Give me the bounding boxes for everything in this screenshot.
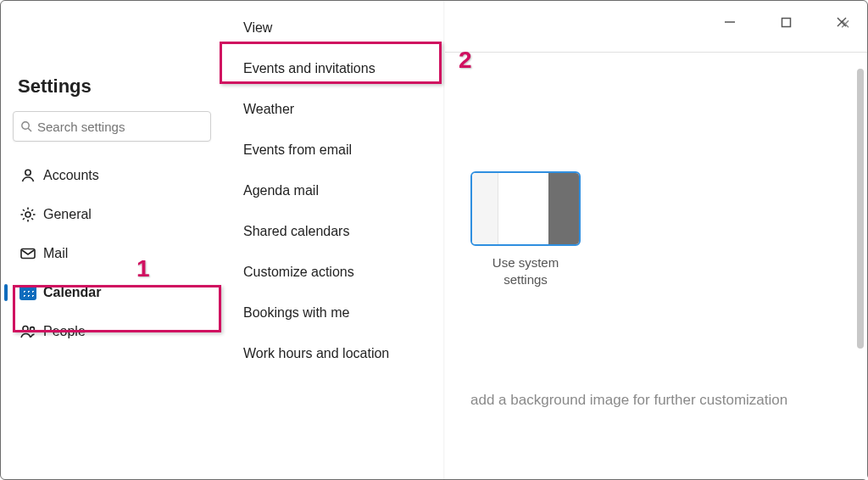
submenu-bookings-with-me[interactable]: Bookings with me bbox=[243, 293, 445, 333]
svg-point-18 bbox=[31, 327, 35, 332]
people-icon bbox=[19, 323, 43, 340]
submenu-agenda-mail[interactable]: Agenda mail bbox=[243, 170, 445, 211]
settings-nav: Accounts General Mail Calendar bbox=[13, 157, 211, 350]
nav-people[interactable]: People bbox=[13, 313, 211, 350]
nav-accounts[interactable]: Accounts bbox=[13, 157, 211, 194]
submenu-shared-calendars[interactable]: Shared calendars bbox=[243, 211, 445, 252]
person-icon bbox=[19, 167, 43, 184]
nav-label: People bbox=[43, 324, 86, 339]
submenu-weather[interactable]: Weather bbox=[243, 89, 445, 130]
svg-point-7 bbox=[25, 212, 31, 217]
svg-line-15 bbox=[31, 209, 33, 211]
submenu-view[interactable]: View bbox=[243, 8, 445, 48]
maximize-button[interactable] bbox=[769, 9, 803, 35]
theme-thumbnail bbox=[470, 171, 581, 246]
submenu-events-and-invitations[interactable]: Events and invitations bbox=[243, 48, 445, 89]
submenu-events-from-email[interactable]: Events from email bbox=[243, 130, 445, 170]
nav-label: Mail bbox=[43, 246, 68, 261]
svg-point-6 bbox=[25, 170, 31, 175]
nav-mail[interactable]: Mail bbox=[13, 235, 211, 272]
submenu-work-hours-and-location[interactable]: Work hours and location bbox=[243, 333, 445, 374]
search-settings-field[interactable] bbox=[13, 111, 211, 142]
svg-line-13 bbox=[31, 218, 33, 220]
annotation-number-1: 1 bbox=[136, 255, 150, 282]
mail-icon bbox=[19, 245, 43, 262]
search-input[interactable] bbox=[37, 120, 203, 134]
background-hint-text: add a background image for further custo… bbox=[470, 392, 842, 409]
minimize-button[interactable] bbox=[713, 9, 747, 35]
calendar-icon bbox=[19, 285, 43, 300]
nav-general[interactable]: General bbox=[13, 196, 211, 233]
nav-label: General bbox=[43, 207, 92, 222]
nav-label: Accounts bbox=[43, 168, 99, 183]
scrollbar-thumb[interactable] bbox=[857, 69, 864, 349]
svg-point-4 bbox=[22, 122, 29, 129]
window-controls bbox=[713, 9, 859, 35]
search-icon bbox=[20, 120, 32, 132]
svg-line-14 bbox=[23, 218, 25, 220]
close-button[interactable] bbox=[825, 9, 859, 35]
calendar-submenu: View Events and invitations Weather Even… bbox=[223, 1, 445, 480]
nav-label: Calendar bbox=[43, 285, 101, 300]
svg-rect-1 bbox=[782, 18, 790, 26]
theme-option-label: Use system settings bbox=[470, 254, 581, 287]
svg-line-5 bbox=[28, 128, 31, 131]
theme-option-use-system[interactable]: Use system settings bbox=[470, 171, 581, 287]
settings-window: × Settings Accounts General bbox=[0, 0, 868, 480]
svg-line-12 bbox=[23, 209, 25, 211]
nav-calendar[interactable]: Calendar bbox=[13, 274, 211, 311]
content-pane: Use system settings add a background ima… bbox=[445, 52, 867, 479]
annotation-number-2: 2 bbox=[459, 47, 472, 74]
svg-point-17 bbox=[23, 327, 28, 332]
gear-icon bbox=[19, 206, 43, 223]
settings-title: Settings bbox=[18, 75, 211, 98]
submenu-customize-actions[interactable]: Customize actions bbox=[243, 252, 445, 293]
settings-sidebar: Settings Accounts General bbox=[1, 52, 223, 476]
